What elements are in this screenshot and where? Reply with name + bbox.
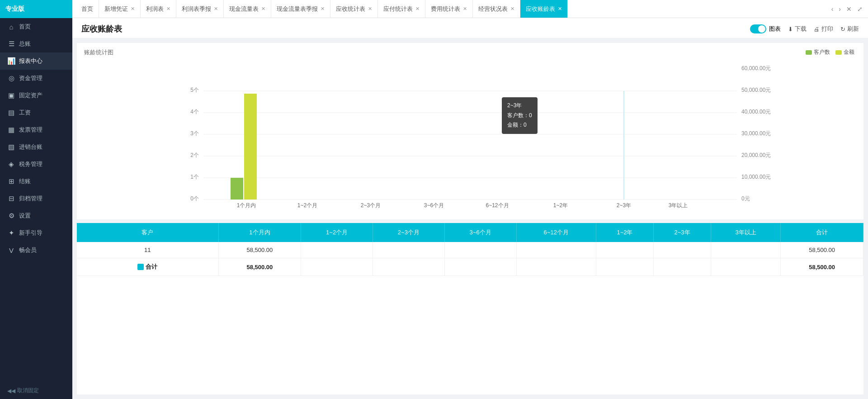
tab-close-all-button[interactable]: ✕ xyxy=(844,5,854,14)
bar-chart-svg: 0个 1个 2个 3个 4个 5个 0元 10,000.00元 20,000.0… xyxy=(84,65,856,209)
sidebar-item-invoice[interactable]: ▦ 发票管理 xyxy=(0,121,72,138)
sidebar-item-home[interactable]: ⌂ 首页 xyxy=(0,18,72,35)
tab-close-ar-aging[interactable]: ✕ xyxy=(558,6,562,12)
cell-total-label: 合计 xyxy=(77,258,218,276)
tab-bar: 首页 新增凭证 ✕ 利润表 ✕ 利润表季报 ✕ 现金流量表 ✕ 现金流量表季报 … xyxy=(72,0,868,18)
sidebar-item-closing[interactable]: ⊞ 结账 xyxy=(0,173,72,190)
tab-close-biz-status[interactable]: ✕ xyxy=(510,6,514,12)
cell-customer: 11 xyxy=(77,242,218,258)
legend-customers: 客户数 xyxy=(806,48,830,56)
reports-icon: 📊 xyxy=(7,57,15,65)
svg-text:2个: 2个 xyxy=(190,152,199,158)
col-m36: 3~6个月 xyxy=(444,223,516,242)
tab-ap-stats[interactable]: 应付统计表 ✕ xyxy=(378,0,425,18)
sidebar-item-label: 税务管理 xyxy=(19,160,42,168)
sidebar-item-label: 进销台账 xyxy=(19,143,42,151)
tab-voucher[interactable]: 新增凭证 ✕ xyxy=(99,0,141,18)
svg-text:1~2年: 1~2年 xyxy=(553,202,568,209)
sidebar-item-settings[interactable]: ⚙ 设置 xyxy=(0,207,72,224)
svg-text:1个: 1个 xyxy=(190,174,199,180)
sidebar-item-label: 设置 xyxy=(19,212,31,220)
purchase-icon: ▧ xyxy=(7,143,15,151)
total-label-text: 合计 xyxy=(146,263,157,271)
sidebar-item-archive[interactable]: ⊟ 归档管理 xyxy=(0,190,72,207)
sidebar-item-label: 工资 xyxy=(19,109,31,117)
tab-close-profit-quarter[interactable]: ✕ xyxy=(214,6,218,12)
funds-icon: ◎ xyxy=(7,74,15,82)
svg-text:5个: 5个 xyxy=(190,87,199,93)
sidebar-item-guide[interactable]: ✦ 新手引导 xyxy=(0,224,72,242)
table-row: 11 58,500.00 58,500.00 xyxy=(77,242,863,258)
cell-total: 58,500.00 xyxy=(781,242,863,258)
refresh-button[interactable]: ↻ 刷新 xyxy=(840,25,859,33)
refresh-icon: ↻ xyxy=(840,26,845,33)
tab-profit[interactable]: 利润表 ✕ xyxy=(141,0,176,18)
chart-toggle[interactable] xyxy=(750,24,766,33)
sidebar: 专业版 ⌂ 首页 ☰ 总账 📊 报表中心 ◎ 资金管理 ▣ 固定资产 ▤ 工资 … xyxy=(0,0,72,399)
closing-icon: ⊞ xyxy=(7,177,15,185)
svg-text:0个: 0个 xyxy=(190,195,199,202)
tab-close-cashflow-quarter[interactable]: ✕ xyxy=(321,6,325,12)
cell-y23 xyxy=(653,242,711,258)
total-y12 xyxy=(596,258,653,276)
tab-cashflow[interactable]: 现金流量表 ✕ xyxy=(224,0,271,18)
cell-y3plus xyxy=(711,242,781,258)
page-title: 应收账龄表 xyxy=(81,24,122,34)
col-y23: 2~3年 xyxy=(653,223,711,242)
sidebar-item-reports[interactable]: 📊 报表中心 xyxy=(0,52,72,70)
aging-table: 客户 1个月内 1~2个月 2~3个月 3~6个月 6~12个月 1~2年 2~… xyxy=(77,223,863,276)
tab-close-ar-stats[interactable]: ✕ xyxy=(368,6,372,12)
col-m12: 1~2个月 xyxy=(301,223,373,242)
legend-amount-label: 金额 xyxy=(844,48,854,56)
chart-legend: 客户数 金额 xyxy=(806,48,854,56)
print-icon: 🖨 xyxy=(814,26,820,33)
sidebar-item-assets[interactable]: ▣ 固定资产 xyxy=(0,87,72,104)
svg-text:60,000.00元: 60,000.00元 xyxy=(741,65,771,71)
tab-close-ap-stats[interactable]: ✕ xyxy=(415,6,420,12)
sidebar-item-vip[interactable]: V 畅会员 xyxy=(0,242,72,259)
svg-text:2~3个月: 2~3个月 xyxy=(361,202,381,209)
tax-icon: ◈ xyxy=(7,160,15,168)
tab-ar-stats[interactable]: 应收统计表 ✕ xyxy=(330,0,378,18)
legend-customers-label: 客户数 xyxy=(814,48,830,56)
tab-nav-buttons: ‹ › ✕ ⤢ xyxy=(826,5,864,14)
download-button[interactable]: ⬇ 下载 xyxy=(788,25,807,33)
tab-prev-button[interactable]: ‹ xyxy=(830,5,835,14)
total-y23 xyxy=(653,258,711,276)
download-icon: ⬇ xyxy=(788,26,793,33)
tab-biz-status[interactable]: 经营状况表 ✕ xyxy=(473,0,520,18)
cell-m23 xyxy=(373,242,445,258)
print-button[interactable]: 🖨 打印 xyxy=(814,25,833,33)
tab-cashflow-quarter[interactable]: 现金流量表季报 ✕ xyxy=(271,0,330,18)
svg-text:1个月内: 1个月内 xyxy=(237,202,256,209)
sidebar-item-label: 首页 xyxy=(19,23,31,31)
cell-m36 xyxy=(444,242,516,258)
tab-expand-button[interactable]: ⤢ xyxy=(855,5,864,14)
tab-close-expense-stats[interactable]: ✕ xyxy=(463,6,467,12)
sidebar-item-funds[interactable]: ◎ 资金管理 xyxy=(0,70,72,87)
content-area: 账龄统计图 客户数 金额 0个 1个 2个 3个 4个 5个 xyxy=(72,38,868,399)
tab-next-button[interactable]: › xyxy=(837,5,843,14)
tab-close-cashflow[interactable]: ✕ xyxy=(261,6,265,12)
tab-close-voucher[interactable]: ✕ xyxy=(131,6,135,12)
sidebar-item-purchase[interactable]: ▧ 进销台账 xyxy=(0,138,72,156)
settings-icon: ⚙ xyxy=(7,212,15,220)
sidebar-item-label: 总账 xyxy=(19,40,31,48)
svg-text:40,000.00元: 40,000.00元 xyxy=(741,109,771,115)
sidebar-item-label: 固定资产 xyxy=(19,91,42,100)
total-m36 xyxy=(444,258,516,276)
tab-ar-aging[interactable]: 应收账龄表 ✕ xyxy=(520,0,568,18)
tab-close-profit[interactable]: ✕ xyxy=(166,6,170,12)
sidebar-item-tax[interactable]: ◈ 税务管理 xyxy=(0,156,72,173)
assets-icon: ▣ xyxy=(7,91,15,100)
tab-home[interactable]: 首页 xyxy=(76,0,99,18)
chart-toggle-wrap: 图表 xyxy=(750,24,781,33)
total-m12 xyxy=(301,258,373,276)
sidebar-item-ledger[interactable]: ☰ 总账 xyxy=(0,35,72,52)
sidebar-item-salary[interactable]: ▤ 工资 xyxy=(0,104,72,121)
table-wrap: 客户 1个月内 1~2个月 2~3个月 3~6个月 6~12个月 1~2年 2~… xyxy=(77,223,863,394)
tab-expense-stats[interactable]: 费用统计表 ✕ xyxy=(425,0,473,18)
guide-icon: ✦ xyxy=(7,229,15,237)
sidebar-unpin[interactable]: ◀◀ 取消固定 xyxy=(0,382,72,399)
tab-profit-quarter[interactable]: 利润表季报 ✕ xyxy=(176,0,224,18)
